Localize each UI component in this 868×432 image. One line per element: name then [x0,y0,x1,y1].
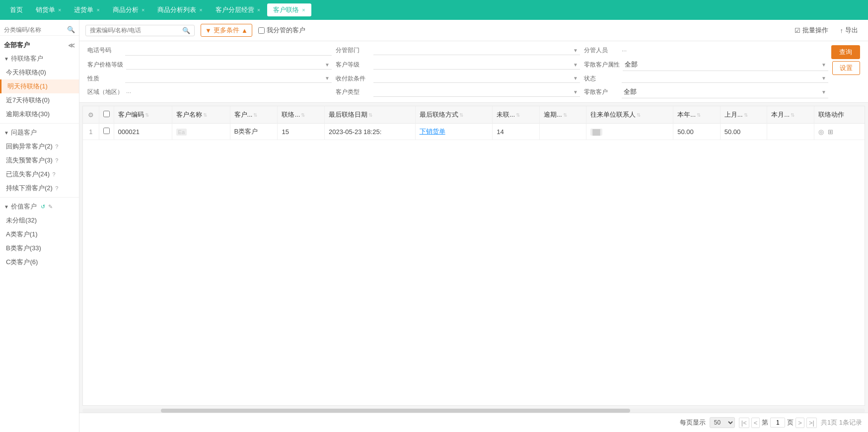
nav-home[interactable]: 首页 [4,3,29,16]
filter-dept: 分管部门 ▼ [336,46,580,55]
filter-customer-level-select[interactable]: ▼ [373,61,580,70]
all-customers-header[interactable]: 全部客户 ≪ [0,39,79,52]
filter-phone-input[interactable] [125,45,332,56]
settings-button[interactable]: 设置 [832,61,860,75]
filter-payment-select[interactable]: ▼ [373,74,580,83]
filter-nature-select[interactable]: ▼ [125,74,332,83]
filter-price-level-select[interactable]: ▼ [126,61,332,70]
nav-customer-layered[interactable]: 客户分层经营 × [210,3,266,16]
sidebar-item-today[interactable]: 今天待联络(0) [0,66,79,79]
sidebar-search-icon[interactable]: 🔍 [67,26,75,33]
more-filter-button[interactable]: ▼ 更多条件 ▲ [201,24,252,37]
sort-icon-code[interactable]: ⇅ [145,112,149,118]
export-icon: ↑ [840,27,844,34]
sort-icon-overdue[interactable]: ⇅ [563,112,567,118]
export-button[interactable]: ↑ 导出 [836,24,863,36]
th-checkbox[interactable] [99,106,114,124]
last-page-btn[interactable]: >| [806,418,817,428]
top-nav: 首页 销货单 × 进货单 × 商品分析 × 商品分析列表 × 客户分层经营 × … [0,0,868,20]
sidebar-item-abnormal[interactable]: 回购异常客户(2) ? [0,140,79,153]
nav-product-analysis[interactable]: 商品分析 × [107,3,150,16]
first-page-btn[interactable]: |< [739,418,749,428]
sort-icon-contact-person[interactable]: ⇅ [637,112,641,118]
sidebar-search-input[interactable] [4,26,67,33]
sort-icon-this-month[interactable]: ⇅ [791,112,795,118]
main-layout: 🔍 全部客户 ≪ ▼ 待联络客户 今天待联络(0) 明天待联络(1) 近7天待联… [0,20,868,432]
nav-customer-layered-close[interactable]: × [257,7,260,13]
row-num: 1 [83,124,99,140]
filter-phone: 电话号码 [87,45,332,56]
sidebar-item-b-class[interactable]: B类客户(33) [0,241,79,255]
row-actions: ◎ ⊞ [814,124,865,140]
edit-icon[interactable]: ✎ [48,204,53,210]
nav-product-list-close[interactable]: × [199,7,202,13]
my-customers-checkbox[interactable] [258,27,265,34]
search-submit-icon[interactable]: 🔍 [182,27,190,34]
problem-arrow: ▼ [4,130,9,136]
nav-product-list[interactable]: 商品分析列表 × [151,3,208,16]
th-last-contact-method: 最后联络方式 ⇅ [415,106,493,124]
sort-icon-name[interactable]: ⇅ [203,112,207,118]
nav-purchase-close[interactable]: × [96,7,99,13]
sort-icon-method[interactable]: ⇅ [459,112,463,118]
page-size-select[interactable]: 50 100 200 [710,417,735,428]
th-gear[interactable]: ⚙ [83,106,99,124]
sidebar-item-tomorrow[interactable]: 明天待联络(1) [0,79,79,93]
sidebar-item-overdue[interactable]: 逾期未联络(30) [0,107,79,121]
action-grid-icon[interactable]: ⊞ [828,128,833,136]
row-last-month: 50.00 [720,124,767,140]
filter-retail-select[interactable]: 全部 ▼ [622,86,828,98]
nav-customer-contact-close[interactable]: × [302,7,305,13]
my-customers-checkbox-wrap[interactable]: 我分管的客户 [258,26,305,35]
sort-icon-date[interactable]: ⇅ [368,112,372,118]
row-overdue [539,124,586,140]
table-scrollbar[interactable] [82,409,865,413]
table-scroll-thumb[interactable] [161,409,631,413]
filter-retail-attr-select[interactable]: 全部 ▼ [623,59,828,71]
search-input[interactable] [90,27,182,34]
nav-customer-contact[interactable]: 客户联络 × [267,3,311,16]
sort-icon-uncontacted[interactable]: ⇅ [516,112,520,118]
sidebar-item-a-class[interactable]: A类客户(1) [0,227,79,241]
collapse-icon[interactable]: ≪ [68,42,75,49]
sidebar-item-7days[interactable]: 近7天待联络(0) [0,93,79,107]
row-checkbox-cell[interactable] [99,124,114,140]
nav-sales-close[interactable]: × [58,7,61,13]
sidebar-group-value[interactable]: ▼ 价值客户 ↺ ✎ [0,200,79,214]
sidebar-item-ungrouped[interactable]: 未分组(32) [0,214,79,227]
row-checkbox[interactable] [103,128,110,134]
filter-dept-select[interactable]: ▼ [373,46,580,55]
filter-row-4: 区域（地区） ··· 客户类型 ▼ 零散客户 [87,86,828,98]
sort-icon-type[interactable]: ⇅ [253,112,257,118]
sort-icon-contacts[interactable]: ⇅ [301,112,305,118]
table-row: 1 000021 Ea B类客户 15 2023-05-23 18:25: 下销… [83,124,865,140]
sort-icon-last-month[interactable]: ⇅ [744,112,748,118]
nav-product-analysis-close[interactable]: × [142,7,145,13]
row-last-contact-method[interactable]: 下销货单 [415,124,493,140]
th-this-month: 本月... ⇅ [767,106,814,124]
query-button[interactable]: 查询 [831,45,860,59]
sidebar-group-pending[interactable]: ▼ 待联络客户 [0,52,79,66]
nav-sales[interactable]: 销货单 × [30,3,67,16]
filter-region-dots[interactable]: ··· [126,89,131,96]
select-all-checkbox[interactable] [103,111,110,117]
sidebar-item-declining[interactable]: 持续下滑客户(2) ? [0,181,79,195]
filter-region: 区域（地区） ··· [87,88,332,96]
sidebar-item-c-class[interactable]: C类客户(6) [0,255,79,269]
action-call-icon[interactable]: ◎ [818,128,824,136]
filter-customer-type-select[interactable]: ▼ [373,88,580,97]
prev-page-btn[interactable]: < [751,418,760,428]
sidebar-group-problem[interactable]: ▼ 问题客户 [0,126,79,140]
sidebar-item-lost[interactable]: 已流失客户(24) ? [0,167,79,181]
nav-purchase[interactable]: 进货单 × [68,3,105,16]
filter-manager-dots[interactable]: ··· [622,47,627,54]
filter-status-select[interactable]: ▼ [622,74,828,83]
action-icons: ◎ ⊞ [818,128,861,136]
refresh-icon[interactable]: ↺ [41,204,45,210]
sort-icon-this-year[interactable]: ⇅ [697,112,701,118]
batch-op-button[interactable]: ☑ 批量操作 [791,24,832,36]
sidebar-item-lost-warn[interactable]: 流失预警客户(3) ? [0,153,79,167]
th-contact-person: 往来单位联系人 ⇅ [586,106,673,124]
page-input[interactable] [770,418,785,428]
next-page-btn[interactable]: > [796,418,804,428]
